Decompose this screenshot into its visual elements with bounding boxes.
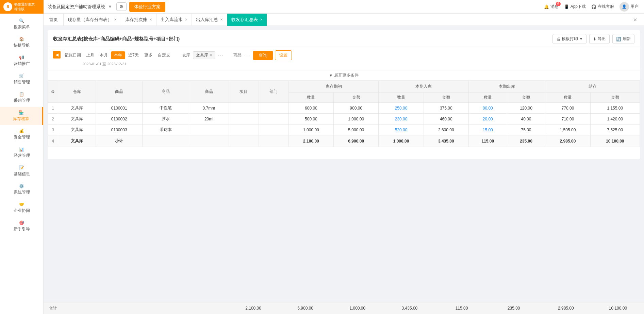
tab-inventory-distribution[interactable]: 现存量（库存分布表） ✕ <box>64 14 121 26</box>
row-code-2: 0100002 <box>96 114 143 125</box>
tab-close-4[interactable]: ✕ <box>220 18 223 21</box>
filter-toggle-button[interactable]: ◀ <box>53 51 61 59</box>
col-bal-amt-header: 金额 <box>590 93 640 103</box>
date-more-button[interactable]: 更多 <box>142 51 155 59</box>
tab-in-out-flow[interactable]: 出入库流水 ✕ <box>156 14 192 26</box>
row-code-1: 0100001 <box>96 103 143 114</box>
row-out-qty-2[interactable]: 20.00 <box>468 114 507 125</box>
print-icon: 🖨 <box>556 37 560 42</box>
date-last-month-button[interactable]: 上月 <box>84 51 97 59</box>
search-icon: 🔍 <box>19 18 24 23</box>
col-period-out-header: 本期出库 <box>468 81 545 93</box>
sidebar-item-system[interactable]: ⚙️ 系统管理 <box>0 180 43 199</box>
tab-batch-account[interactable]: 库存批次账 ✕ <box>121 14 156 26</box>
tab-close-1[interactable]: ✕ <box>114 18 117 21</box>
col-period-open-header: 库存期初 <box>288 81 379 93</box>
content-area: 首页 现存量（库存分布表） ✕ 库存批次账 ✕ 出入库流水 ✕ 出入库汇总 ✕ … <box>44 14 644 314</box>
tab-bar-close-icon[interactable]: ✕ <box>630 17 640 22</box>
subtotal-out-amt: 235.00 <box>507 135 545 147</box>
row-project-3 <box>229 125 259 135</box>
experience-button[interactable]: 体验行业方案 <box>129 2 165 12</box>
row-project-2 <box>229 114 259 125</box>
dropdown-icon[interactable]: ▼ <box>108 4 112 9</box>
logo-area: 6 畅捷通好生意 标准版 <box>0 0 44 14</box>
warehouse-tag: 文具库 ✕ <box>193 51 215 59</box>
date-this-month-button[interactable]: 本月 <box>97 51 110 59</box>
table-row: 2 文具库 0100002 胶水 20ml 500.00 1,000.00 23… <box>48 114 640 125</box>
row-name-3: 采访本 <box>143 125 189 135</box>
table-container: ⚙ 仓库 商品 商品 商品 项目 部门 库存期初 本期入库 本期出库 结存 <box>48 81 640 159</box>
notifications-button[interactable]: 🔔 6 消息 <box>544 4 559 10</box>
home-icon: 🏠 <box>19 37 24 42</box>
product-more-button[interactable]: ··· <box>244 53 250 58</box>
dropdown-arrow-icon: ▼ <box>579 37 583 41</box>
sidebar-item-sales[interactable]: 🛒 销售管理 <box>0 70 43 88</box>
tab-receive-send-summary[interactable]: 收发存汇总表 ✕ <box>227 14 267 26</box>
col-spec-header: 商品 <box>189 81 229 103</box>
expand-conditions-button[interactable]: ▼ 展开更多条件 <box>329 72 359 78</box>
refresh-icon: 🔄 <box>616 37 621 42</box>
warehouse-tag-close[interactable]: ✕ <box>210 53 212 57</box>
online-service-button[interactable]: 🎧 在线客服 <box>591 4 614 10</box>
sidebar-item-inventory[interactable]: 🏪 库存核算 <box>0 107 43 125</box>
subtotal-warehouse: 文具库 <box>58 135 96 147</box>
row-in-qty-1[interactable]: 250.00 <box>379 103 424 114</box>
date-this-year-button[interactable]: 本年 <box>111 51 125 59</box>
page-card: 收发存汇总表(按仓库+商品编码+商品+规格型号+项目+部门) 🖨 模板打印 ▼ … <box>48 30 640 159</box>
row-in-qty-2[interactable]: 230.00 <box>379 114 424 125</box>
app-download-button[interactable]: 📱 App下载 <box>564 4 586 10</box>
subtotal-bal-qty: 2,985.00 <box>545 135 590 147</box>
sidebar-item-base-info[interactable]: 📝 基础信息 <box>0 162 43 180</box>
sidebar-item-purchase[interactable]: 📋 采购管理 <box>0 88 43 107</box>
col-code-header: 商品 <box>96 81 143 103</box>
row-in-qty-3[interactable]: 520.00 <box>379 125 424 135</box>
tab-close-5[interactable]: ✕ <box>260 18 263 21</box>
row-warehouse-1: 文具库 <box>58 103 96 114</box>
system-icon: ⚙️ <box>19 184 24 188</box>
filter-bar: ◀ 记账日期 上月 本月 本年 近7天 更多 自定义 <box>48 47 640 70</box>
row-bal-amt-2: 1,420.00 <box>590 114 640 125</box>
notification-badge: 6 <box>556 2 561 6</box>
date-custom-button[interactable]: 自定义 <box>155 51 172 59</box>
headset-icon: 🎧 <box>591 4 596 9</box>
subtotal-out-qty: 115.00 <box>468 135 507 147</box>
gear-settings-button[interactable]: ⚙ <box>116 2 127 11</box>
warehouse-filter-label: 仓库 <box>182 52 190 58</box>
query-button[interactable]: 查询 <box>253 51 273 60</box>
tab-close-3[interactable]: ✕ <box>185 18 187 21</box>
table-settings-button[interactable]: 设置 <box>275 50 292 60</box>
user-avatar[interactable]: 👤 用户 <box>620 2 639 12</box>
row-out-qty-3[interactable]: 15.00 <box>468 125 507 135</box>
col-balance-header: 结存 <box>545 81 640 93</box>
col-period-in-header: 本期入库 <box>379 81 469 93</box>
sidebar-item-search[interactable]: 🔍 搜索菜单 <box>0 15 43 33</box>
export-button[interactable]: ⬇ 导出 <box>589 34 610 44</box>
subtotal-open-qty: 2,100.00 <box>288 135 333 147</box>
warehouse-more-button[interactable]: ··· <box>218 53 224 58</box>
row-code-3: 0100003 <box>96 125 143 135</box>
tab-close-2[interactable]: ✕ <box>149 18 152 21</box>
sidebar-item-management[interactable]: 📊 经营管理 <box>0 144 43 162</box>
row-spec-3 <box>189 125 229 135</box>
refresh-button[interactable]: 🔄 刷新 <box>612 34 634 44</box>
sidebar-item-enterprise[interactable]: 🤝 企业协同 <box>0 199 43 217</box>
row-out-qty-1[interactable]: 80.00 <box>468 103 507 114</box>
base-info-icon: 📝 <box>19 165 24 170</box>
sidebar-item-guide[interactable]: 🎯 新手引导 <box>0 217 43 235</box>
date-7days-button[interactable]: 近7天 <box>126 51 141 59</box>
expand-icon: ▼ <box>329 73 333 78</box>
tab-home[interactable]: 首页 <box>44 14 64 26</box>
marketing-icon: 📢 <box>19 55 24 60</box>
sidebar-item-marketing[interactable]: 📢 营销推广 <box>0 52 43 70</box>
logo-text: 畅捷通好生意 标准版 <box>14 2 35 12</box>
row-open-qty-2: 500.00 <box>288 114 333 125</box>
tab-in-out-summary[interactable]: 出入库汇总 ✕ <box>192 14 227 26</box>
sidebar-item-home[interactable]: 🏠 快捷导航 <box>0 33 43 52</box>
row-dept-3 <box>259 125 288 135</box>
footer-out-qty: 115.00 <box>436 306 488 311</box>
print-button[interactable]: 🖨 模板打印 ▼ <box>552 34 587 44</box>
col-bal-qty-header: 数量 <box>545 93 590 103</box>
sidebar-item-finance[interactable]: 💰 资金管理 <box>0 125 43 144</box>
row-in-amt-2: 460.00 <box>424 114 468 125</box>
table-row: 3 文具库 0100003 采访本 1,000.00 5,000.00 520.… <box>48 125 640 135</box>
